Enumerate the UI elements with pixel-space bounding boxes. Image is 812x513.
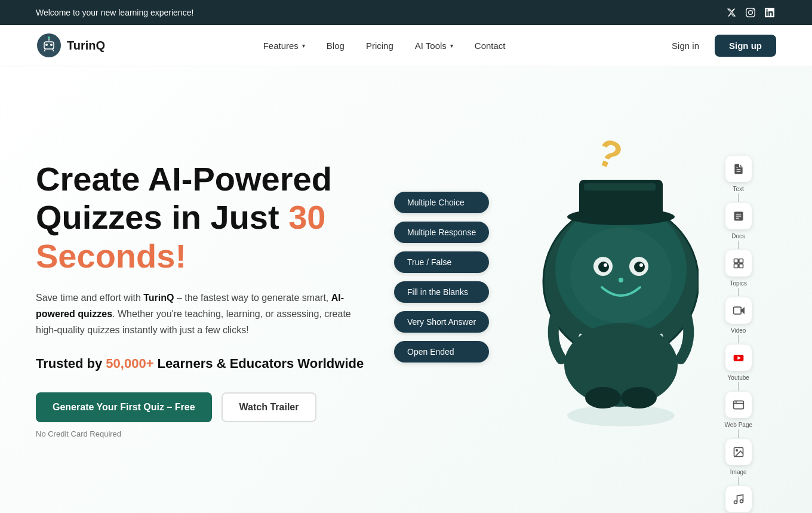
svg-rect-41 [733,401,743,408]
hero-buttons: Generate Your First Quiz – Free Watch Tr… [36,392,370,422]
source-text: Text [725,156,752,192]
hero-title: Create AI-Powered Quizzes in Just 30 Sec… [36,160,370,275]
linkedin-icon[interactable] [763,6,776,19]
watch-trailer-button[interactable]: Watch Trailer [222,392,317,422]
source-webpage: Web Page [724,392,752,428]
badge-multiple-choice: Multiple Choice [394,192,489,213]
source-youtube: Youtube [725,345,752,381]
svg-rect-37 [733,307,741,314]
signup-button[interactable]: Sign up [715,35,776,57]
twitter-icon[interactable] [725,6,738,19]
hero-section: Create AI-Powered Quizzes in Just 30 Sec… [0,66,812,513]
svg-point-2 [45,44,48,46]
instagram-icon[interactable] [744,6,757,19]
logo[interactable]: TurinQ [36,32,105,59]
svg-rect-23 [584,183,656,191]
nav-item-contact[interactable]: Contact [466,37,514,54]
svg-point-46 [734,501,737,504]
svg-rect-34 [739,259,743,263]
badge-multiple-response: Multiple Response [394,222,489,243]
badge-fill-blanks: Fill in the Blanks [394,281,489,303]
announcement-bar: Welcome to your new learning experience! [0,0,812,25]
nav-item-blog[interactable]: Blog [318,37,353,54]
hero-highlight-number: 30 [288,198,325,236]
badge-open-ended: Open Ended [394,341,489,363]
svg-point-14 [598,262,609,272]
nav-item-ai-tools[interactable]: AI Tools ▾ [407,37,462,54]
generate-quiz-button[interactable]: Generate Your First Quiz – Free [36,392,212,422]
svg-rect-35 [734,264,738,268]
svg-point-17 [639,263,643,267]
svg-point-45 [736,450,738,451]
nav-links: Features ▾ Blog Pricing AI Tools ▾ Conta… [255,37,514,54]
badge-true-false: True / False [394,251,489,273]
svg-point-26 [621,387,657,408]
nav-item-pricing[interactable]: Pricing [358,37,402,54]
hero-right: ? [370,126,776,472]
svg-point-11 [570,228,672,323]
features-chevron: ▾ [302,42,305,49]
source-audio: Audio [725,486,752,513]
ai-tools-chevron: ▾ [450,42,453,49]
signin-link[interactable]: Sign in [663,37,708,54]
source-docs: Docs [725,203,752,239]
nav-item-features[interactable]: Features ▾ [255,37,313,54]
announcement-text: Welcome to your new learning experience! [36,8,193,17]
logo-icon [36,32,62,59]
svg-point-18 [619,278,623,282]
source-image: Image [725,439,752,475]
source-icons: Text Docs Topics [724,156,752,513]
source-video: Video [725,297,752,334]
badge-very-short: Very Short Answer [394,311,489,333]
svg-point-16 [604,263,607,267]
svg-point-47 [740,500,743,503]
svg-point-24 [564,323,678,407]
hero-subtitle: Save time and effort with TurinQ – the f… [36,290,370,339]
hero-title-seconds: Seconds! [36,237,186,275]
navbar: TurinQ Features ▾ Blog Pricing AI Tools … [0,25,812,66]
svg-point-8 [567,405,675,426]
svg-point-25 [585,387,621,408]
trust-line: Trusted by 50,000+ Learners & Educators … [36,355,370,373]
robot-illustration [531,150,699,425]
hero-left: Create AI-Powered Quizzes in Just 30 Sec… [36,160,370,439]
social-icons-bar [725,6,776,19]
svg-rect-33 [734,259,738,263]
trust-number: 50,000+ [106,356,153,371]
nav-right: Sign in Sign up [663,35,776,57]
quiz-badges: Multiple Choice Multiple Response True /… [394,192,489,363]
svg-point-5 [48,36,50,39]
source-topics: Topics [725,250,752,287]
svg-rect-36 [739,264,743,268]
svg-point-3 [50,44,53,46]
no-credit-card-text: No Credit Card Required [36,429,370,438]
svg-point-15 [634,262,645,272]
logo-text: TurinQ [67,39,105,53]
